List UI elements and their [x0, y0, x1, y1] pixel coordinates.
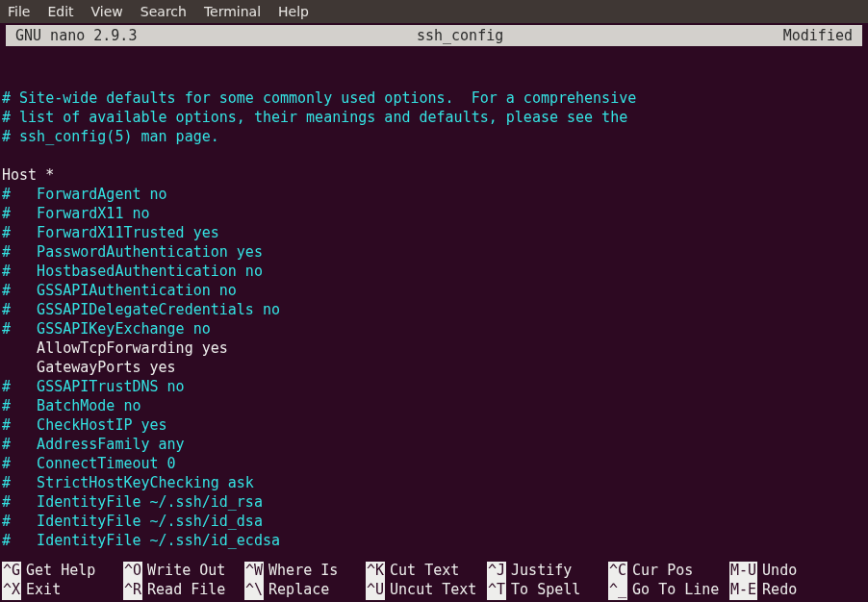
shortcut-key: ^O — [123, 562, 142, 581]
shortcut-label: Exit — [21, 581, 61, 600]
shortcut-key: ^_ — [608, 581, 627, 600]
shortcut-label: Replace — [264, 581, 329, 600]
menu-terminal[interactable]: Terminal — [204, 4, 261, 19]
editor-line[interactable]: # ForwardX11 no — [2, 204, 866, 223]
shortcut-key: ^W — [244, 562, 264, 581]
editor-line[interactable]: Host * — [2, 165, 866, 185]
editor-line[interactable]: # PasswordAuthentication yes — [2, 242, 866, 262]
menu-search[interactable]: Search — [140, 4, 187, 19]
shortcut-label: Redo — [757, 581, 797, 600]
editor-line[interactable] — [2, 50, 866, 69]
editor-line[interactable] — [2, 69, 866, 88]
editor-line[interactable]: # GSSAPIKeyExchange no — [2, 319, 866, 339]
app-version: GNU nano 2.9.3 — [15, 27, 137, 44]
shortcut-item: ^WWhere Is — [244, 562, 366, 581]
editor-line[interactable] — [2, 146, 866, 165]
editor-line[interactable]: # ForwardX11Trusted yes — [2, 223, 866, 242]
shortcut-label: Where Is — [264, 562, 338, 581]
shortcut-item: ^\Replace — [244, 581, 366, 600]
shortcut-item: ^JJustify — [487, 562, 608, 581]
editor-line[interactable]: # BatchMode no — [2, 396, 866, 415]
menu-edit[interactable]: Edit — [47, 4, 73, 19]
shortcut-item: ^OWrite Out — [123, 562, 244, 581]
editor-line[interactable]: # GSSAPIDelegateCredentials no — [2, 300, 866, 319]
menu-help[interactable]: Help — [278, 4, 309, 19]
shortcut-item: ^XExit — [2, 581, 123, 600]
shortcut-item: ^CCur Pos — [608, 562, 729, 581]
editor-line[interactable]: # ssh_config(5) man page. — [2, 127, 866, 146]
shortcut-key: M-E — [729, 581, 757, 600]
editor-line[interactable]: # IdentityFile ~/.ssh/id_rsa — [2, 492, 866, 512]
shortcut-label: Get Help — [21, 562, 95, 581]
shortcut-label: Cut Text — [385, 562, 459, 581]
menu-view[interactable]: View — [91, 4, 123, 19]
editor-line[interactable]: GatewayPorts yes — [2, 358, 866, 377]
shortcut-item: ^KCut Text — [366, 562, 487, 581]
editor-line[interactable]: # Site-wide defaults for some commonly u… — [2, 88, 866, 108]
shortcut-key: ^X — [2, 581, 21, 600]
shortcut-item: M-ERedo — [729, 581, 851, 600]
editor-line[interactable]: AllowTcpForwarding yes — [2, 339, 866, 358]
shortcut-label: Undo — [757, 562, 797, 581]
editor-line[interactable]: # GSSAPITrustDNS no — [2, 377, 866, 396]
shortcut-key: ^R — [123, 581, 142, 600]
shortcut-label: Read File — [142, 581, 225, 600]
nano-titlebar: GNU nano 2.9.3 ssh_config Modified — [6, 25, 862, 46]
shortcut-label: Justify — [506, 562, 572, 581]
shortcut-key: ^C — [608, 562, 627, 581]
editor-line[interactable]: # list of available options, their meani… — [2, 108, 866, 127]
shortcut-item: ^RRead File — [123, 581, 244, 600]
shortcut-key: ^K — [366, 562, 385, 581]
shortcut-bar: ^GGet Help^OWrite Out^WWhere Is^KCut Tex… — [0, 562, 868, 600]
shortcut-label: Write Out — [142, 562, 225, 581]
shortcut-key: ^T — [487, 581, 506, 600]
menubar: File Edit View Search Terminal Help — [0, 0, 868, 23]
shortcut-key: M-U — [729, 562, 757, 581]
editor-line[interactable]: # CheckHostIP yes — [2, 415, 866, 435]
shortcut-item: M-UUndo — [729, 562, 851, 581]
editor-line[interactable]: # IdentityFile ~/.ssh/id_ecdsa — [2, 531, 866, 550]
editor-area[interactable]: # Site-wide defaults for some commonly u… — [0, 48, 868, 552]
editor-line[interactable]: # StrictHostKeyChecking ask — [2, 473, 866, 492]
shortcut-label: Cur Pos — [627, 562, 693, 581]
menu-file[interactable]: File — [8, 4, 30, 19]
shortcut-key: ^G — [2, 562, 21, 581]
shortcut-item: ^GGet Help — [2, 562, 123, 581]
editor-line[interactable]: # ForwardAgent no — [2, 185, 866, 204]
shortcut-key: ^\ — [244, 581, 264, 600]
current-filename: ssh_config — [137, 27, 782, 44]
shortcut-label: Go To Line — [627, 581, 719, 600]
shortcut-item: ^_Go To Line — [608, 581, 729, 600]
shortcut-label: Uncut Text — [385, 581, 476, 600]
shortcut-label: To Spell — [506, 581, 580, 600]
editor-line[interactable]: # ConnectTimeout 0 — [2, 454, 866, 473]
editor-line[interactable]: # GSSAPIAuthentication no — [2, 281, 866, 300]
editor-line[interactable]: # IdentityFile ~/.ssh/id_dsa — [2, 512, 866, 531]
editor-line[interactable]: # AddressFamily any — [2, 435, 866, 454]
shortcut-key: ^U — [366, 581, 385, 600]
editor-line[interactable]: # HostbasedAuthentication no — [2, 262, 866, 281]
shortcut-key: ^J — [487, 562, 506, 581]
file-status: Modified — [783, 27, 853, 44]
shortcut-item: ^TTo Spell — [487, 581, 608, 600]
shortcut-item: ^UUncut Text — [366, 581, 487, 600]
